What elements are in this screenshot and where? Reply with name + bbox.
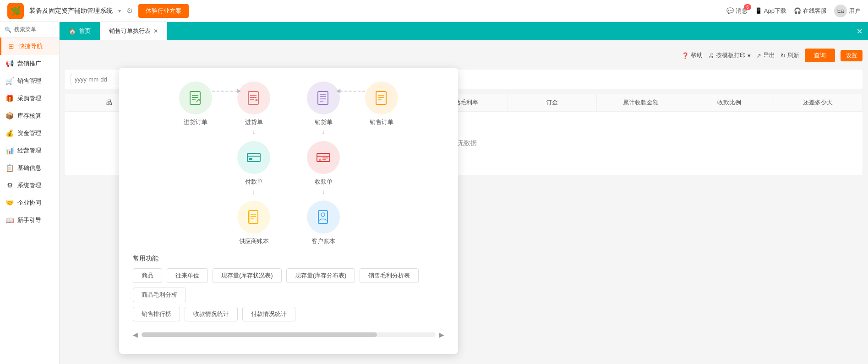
sidebar-item-label: 新手引导 (17, 216, 41, 224)
sales-order-circle (365, 81, 398, 114)
customer-ledger-label: 客户账本 (311, 237, 335, 245)
flow-node-receipt-bill[interactable]: ¥ 收款单 (307, 141, 340, 186)
sidebar-item-operations[interactable]: 📊 经营管理 (0, 142, 59, 159)
quick-nav-icon: ⊞ (7, 42, 15, 50)
func-btn-receipt-stats[interactable]: 收款情况统计 (185, 307, 238, 321)
phone-icon: 📱 (755, 7, 762, 14)
tab-home[interactable]: 🏠 首页 (60, 22, 100, 40)
sidebar-item-label: 基础信息 (17, 164, 41, 172)
trial-btn[interactable]: 体验行业方案 (138, 4, 189, 18)
scroll-left-btn[interactable]: ◀ (133, 331, 138, 338)
sidebar-nav: ⊞ 快捷导航 📢 营销推广 🛒 销售管理 🎁 采购管理 📦 库存核算 (0, 38, 59, 364)
purchase-bill-circle (237, 81, 270, 114)
scroll-right-btn[interactable]: ▶ (439, 331, 444, 338)
sidebar-item-quick-nav[interactable]: ⊞ 快捷导航 (0, 38, 59, 55)
payment-bill-label: 付款单 (245, 178, 263, 186)
user-label: 用户 (849, 7, 861, 15)
sidebar: 🔍 搜索菜单 ⊞ 快捷导航 📢 营销推广 🛒 销售管理 🎁 采 (0, 22, 60, 364)
func-buttons: 商品 往来单位 现存量(库存状况表) 现存量(库存分布表) 销售毛利分析表 商品… (133, 268, 444, 302)
online-service-label: 在线客服 (803, 7, 827, 15)
dropdown-arrow-icon[interactable]: ▾ (118, 8, 121, 14)
svg-text:¥: ¥ (318, 158, 322, 162)
purchase-bill-label: 进货单 (245, 118, 263, 126)
user-avatar[interactable]: Ea 用户 (834, 5, 861, 17)
sidebar-item-sales[interactable]: 🛒 销售管理 (0, 72, 59, 90)
settings-icon[interactable]: ⚙ (126, 6, 133, 15)
logo-icon: 🌿 (7, 3, 24, 19)
sidebar-item-newbie[interactable]: 📖 新手引导 (0, 212, 59, 229)
func-btn-stock-status[interactable]: 现存量(库存状况表) (213, 268, 282, 283)
flow-node-supplier-ledger[interactable]: 供应商账本 (237, 201, 270, 245)
message-notification[interactable]: 💬 消息 6 (726, 7, 748, 15)
sidebar-item-purchase[interactable]: 🎁 采购管理 (0, 90, 59, 107)
func-buttons-row2: 销售排行榜 收款情况统计 付款情况统计 (133, 307, 444, 321)
flow-node-sales-order[interactable]: 销售订单 (365, 81, 398, 126)
customer-ledger-circle (307, 201, 340, 234)
system-icon: ⚙ (5, 181, 14, 190)
func-btn-sales-margin[interactable]: 销售毛利分析表 (360, 268, 419, 283)
sidebar-item-finance[interactable]: 💰 资金管理 (0, 125, 59, 142)
content-area: 🏠 首页 销售订单执行表 ✕ ✕ ❓ 帮助 🖨 (60, 22, 868, 364)
payment-bill-circle (237, 141, 270, 174)
avatar-circle: Ea (834, 5, 847, 17)
receipt-bill-label: 收款单 (315, 178, 333, 186)
arrow-1-2: ▶ (212, 81, 237, 105)
svg-rect-11 (249, 211, 258, 223)
func-btn-product[interactable]: 商品 (133, 268, 162, 283)
sales-bill-circle (307, 81, 340, 114)
headset-icon: 🎧 (794, 7, 801, 14)
v-arrow-receipt: ↓ (322, 188, 325, 195)
sidebar-item-system[interactable]: ⚙ 系统管理 (0, 177, 59, 194)
v-arrow-pay: ↓ (252, 188, 256, 195)
purchase-icon: 🎁 (5, 94, 14, 103)
app-container: 🌿 装备及固定资产辅助管理系统 ▾ ⚙ 体验行业方案 💬 消息 6 📱 App下… (0, 0, 868, 364)
app-download-btn[interactable]: 📱 App下载 (755, 7, 786, 15)
sidebar-item-enterprise[interactable]: 🤝 企业协同 (0, 194, 59, 212)
flow-node-sales-bill[interactable]: 销货单 (307, 81, 340, 126)
svg-rect-8 (247, 153, 260, 162)
func-btn-payment-stats[interactable]: 付款情况统计 (242, 307, 295, 321)
purchase-order-circle (179, 81, 212, 114)
func-btn-product-margin[interactable]: 商品毛利分析 (133, 288, 186, 302)
sidebar-item-label: 资金管理 (17, 129, 41, 137)
svg-rect-10 (249, 158, 252, 160)
purchase-order-label: 进货订单 (184, 118, 207, 126)
flow-col-3: 销货单 ↓ ¥ (307, 81, 340, 245)
func-btn-sales-rank[interactable]: 销售排行榜 (133, 307, 180, 321)
home-icon: 🏠 (69, 28, 76, 35)
top-bar: 🌿 装备及固定资产辅助管理系统 ▾ ⚙ 体验行业方案 💬 消息 6 📱 App下… (0, 0, 868, 22)
svg-rect-16 (318, 92, 328, 104)
scrollbar-row: ◀ ▶ (133, 329, 444, 340)
sidebar-item-label: 营销推广 (17, 60, 41, 68)
func-btn-contacts[interactable]: 往来单位 (167, 268, 208, 283)
inventory-icon: 📦 (5, 112, 14, 120)
receipt-bill-circle: ¥ (307, 141, 340, 174)
tab-bar: 🏠 首页 销售订单执行表 ✕ ✕ (60, 22, 868, 40)
finance-icon: 💰 (5, 129, 14, 137)
sidebar-item-basic-info[interactable]: 📋 基础信息 (0, 159, 59, 177)
sidebar-item-label: 企业协同 (17, 199, 41, 207)
sales-order-label: 销售订单 (370, 118, 393, 126)
basic-info-icon: 📋 (5, 164, 14, 172)
flow-node-purchase-order[interactable]: 进货订单 (179, 81, 212, 126)
sidebar-search[interactable]: 🔍 搜索菜单 (0, 22, 59, 38)
sidebar-item-inventory[interactable]: 📦 库存核算 (0, 107, 59, 125)
sidebar-item-label: 快捷导航 (19, 42, 43, 50)
scroll-track[interactable] (142, 332, 436, 337)
main-area: 🔍 搜索菜单 ⊞ 快捷导航 📢 营销推广 🛒 销售管理 🎁 采 (0, 22, 868, 364)
flow-node-purchase-bill[interactable]: 进货单 (237, 81, 270, 126)
close-all-tabs-btn[interactable]: ✕ (857, 27, 863, 36)
flow-diagram: 进货订单 ▶ (133, 81, 444, 245)
func-btn-stock-dist[interactable]: 现存量(库存分布表) (286, 268, 355, 283)
sidebar-item-marketing[interactable]: 📢 营销推广 (0, 55, 59, 72)
tab-home-label: 首页 (79, 27, 91, 35)
flow-node-payment-bill[interactable]: 付款单 (237, 141, 270, 186)
search-icon: 🔍 (5, 27, 11, 33)
flow-node-customer-ledger[interactable]: 客户账本 (307, 201, 340, 245)
online-service-btn[interactable]: 🎧 在线客服 (794, 7, 827, 15)
tab-sales-orders[interactable]: 销售订单执行表 ✕ (100, 22, 167, 40)
tab-close-icon[interactable]: ✕ (153, 28, 158, 34)
app-download-label: App下载 (764, 7, 786, 15)
sidebar-item-label: 采购管理 (17, 94, 41, 103)
flow-col-1: 进货订单 (179, 81, 212, 126)
